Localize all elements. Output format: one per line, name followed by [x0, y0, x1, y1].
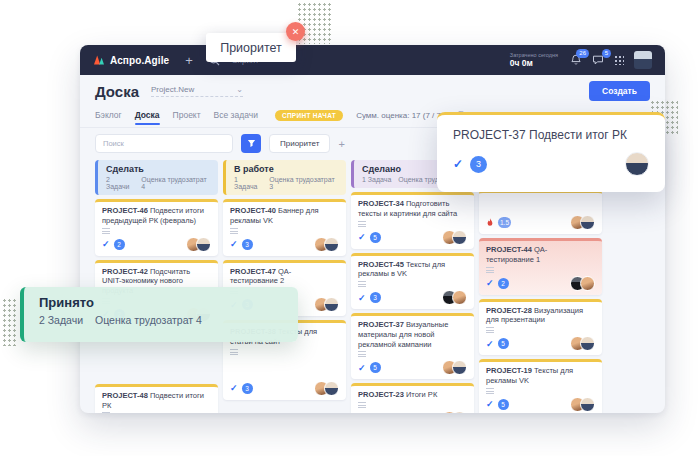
card-title: PROJECT-23 Итоги РК: [358, 390, 467, 400]
dots-decoration: [2, 298, 18, 346]
tab-project[interactable]: Проект: [173, 110, 201, 124]
description-icon: [358, 351, 366, 357]
estimate-badge: 5: [370, 232, 381, 243]
card-title: PROJECT-45 Тексты для рекламы в VK: [358, 260, 467, 280]
close-icon[interactable]: ✕: [286, 22, 305, 41]
search-placeholder: Поиск: [103, 139, 124, 148]
apps-grid-icon[interactable]: [614, 55, 624, 65]
sprint-score: Сумм. оценка: 17 (7 / 7): [356, 111, 444, 120]
column-name: Сделать: [106, 164, 210, 174]
avatar: [324, 237, 339, 252]
estimate-badge: 2: [498, 278, 509, 289]
avatar: [452, 360, 467, 375]
avatar: [452, 230, 467, 245]
filter-button[interactable]: [241, 134, 261, 153]
task-card-popup[interactable]: PROJECT-37 Подвести итог РК ✓ 3: [437, 112, 665, 192]
priority-tooltip-label: Приоритет: [220, 41, 282, 55]
task-card[interactable]: PROJECT-44 QA-тестирование 1 ✓2: [479, 238, 602, 295]
project-select[interactable]: Project.New ⌄: [151, 85, 243, 97]
check-icon: ✓: [358, 363, 366, 373]
avatar: [625, 152, 649, 176]
avatar: [580, 276, 595, 291]
card-title: PROJECT-48 Подвести итоги РК: [102, 391, 211, 411]
task-card[interactable]: PROJECT-46 Подвести итоги предыдущей РК …: [95, 199, 218, 256]
task-card[interactable]: PROJECT-45 Тексты для рекламы в VK ✓3: [351, 253, 474, 310]
estimate-badge: 3: [242, 239, 253, 250]
tab-backlog[interactable]: Бэклог: [95, 110, 122, 124]
check-icon: ✓: [486, 399, 494, 409]
fire-icon: [486, 218, 494, 228]
priority-tooltip: Приоритет ✕: [206, 33, 296, 62]
navbar-right: Затрачено сегодня 0ч 0м 26 5: [510, 51, 652, 69]
avatar: [580, 397, 595, 412]
column-header[interactable]: В работе 1 Задача Оценка трудозатрат 3: [223, 160, 346, 195]
project-select-value: Project.New: [151, 85, 194, 94]
user-avatar[interactable]: [634, 51, 652, 69]
card-title: PROJECT-34 Подготовить тексты и картинки…: [358, 199, 467, 219]
description-icon: [230, 349, 238, 355]
sprint-status-badge: СПРИНТ НАЧАТ: [275, 110, 343, 121]
avatar: [580, 336, 595, 351]
accepted-count: 2 Задачи: [39, 314, 83, 326]
messages-button[interactable]: 5: [592, 54, 604, 66]
filter-chip-priority[interactable]: Приоритет: [269, 134, 330, 153]
app-window: Аспро.Agile + Спринт Затрачено сегодня 0…: [80, 45, 665, 413]
add-icon[interactable]: +: [185, 53, 193, 68]
column-name: В работе: [234, 164, 338, 174]
brand-logo[interactable]: Аспро.Agile: [93, 54, 169, 66]
estimate-badge: 3: [470, 156, 487, 173]
card-title: PROJECT-28 Визуализация для презентации: [486, 306, 595, 326]
card-title: PROJECT-44 QA-тестирование 1: [486, 245, 595, 265]
task-card[interactable]: PROJECT-48 Подвести итоги РК ✓2: [95, 384, 218, 413]
description-icon: [486, 267, 494, 273]
avatar: [196, 237, 211, 252]
notifications-button[interactable]: 26: [570, 54, 582, 66]
estimate-badge: 3: [370, 292, 381, 303]
search-input[interactable]: Поиск: [95, 134, 233, 153]
card-title: PROJECT-46 Подвести итоги предыдущей РК …: [102, 206, 211, 226]
funnel-icon: [247, 139, 256, 148]
description-icon: [358, 402, 366, 408]
time-label: Затрачено сегодня: [510, 52, 558, 59]
top-navbar: Аспро.Agile + Спринт Затрачено сегодня 0…: [80, 45, 665, 75]
task-card[interactable]: PROJECT-40 Баннер для рекламы VK ✓3: [223, 199, 346, 256]
task-card[interactable]: PROJECT-37 Визуальные материалы для ново…: [351, 313, 474, 379]
tab-board[interactable]: Доска: [135, 110, 160, 124]
task-card[interactable]: PROJECT-28 Визуализация для презентации …: [479, 299, 602, 356]
check-icon: ✓: [453, 157, 463, 171]
column-accepted: 1.5 PROJECT-44 QA-тестирование 1 ✓2 PROJ…: [479, 160, 602, 413]
accepted-title: Принято: [39, 295, 283, 310]
check-icon: ✓: [486, 339, 494, 349]
task-card[interactable]: 1.5: [479, 190, 602, 234]
check-icon: ✓: [230, 239, 238, 249]
estimate-badge: 5: [498, 338, 509, 349]
description-icon: [486, 327, 494, 333]
description-icon: [230, 228, 238, 234]
estimate-badge: 5: [498, 399, 509, 410]
add-filter-button[interactable]: +: [338, 138, 344, 150]
estimate-badge: 1.5: [498, 217, 511, 228]
avatar: [324, 381, 339, 396]
card-title: PROJECT-37 Визуальные материалы для ново…: [358, 320, 467, 349]
card-title: PROJECT-19 Тексты для рекламы VK: [486, 366, 595, 386]
chevron-down-icon: ⌄: [236, 88, 243, 92]
check-icon: ✓: [230, 383, 238, 393]
column-count: 2 Задачи: [106, 176, 134, 190]
description-icon: [486, 388, 494, 394]
task-card[interactable]: PROJECT-19 Тексты для рекламы VK ✓5: [479, 359, 602, 413]
check-icon: ✓: [102, 239, 110, 249]
tab-all-tasks[interactable]: Все задачи: [214, 110, 258, 124]
task-card[interactable]: PROJECT-23 Итоги РК ✓5: [351, 383, 474, 413]
task-card[interactable]: PROJECT-34 Подготовить тексты и картинки…: [351, 192, 474, 249]
avatar: [580, 215, 595, 230]
create-button[interactable]: Создать: [589, 81, 650, 101]
avatar: [452, 290, 467, 305]
column-header[interactable]: Сделать 2 Задачи Оценка трудозатрат 4: [95, 160, 218, 195]
time-tracker[interactable]: Затрачено сегодня 0ч 0м: [510, 52, 558, 69]
popup-title: PROJECT-37 Подвести итог РК: [453, 128, 649, 142]
accepted-column-callout: Принято 2 Задачи Оценка трудозатрат 4: [20, 287, 298, 342]
avatar: [324, 297, 339, 312]
check-icon: ✓: [486, 278, 494, 288]
avatar: [452, 411, 467, 413]
estimate-badge: 2: [114, 239, 125, 250]
